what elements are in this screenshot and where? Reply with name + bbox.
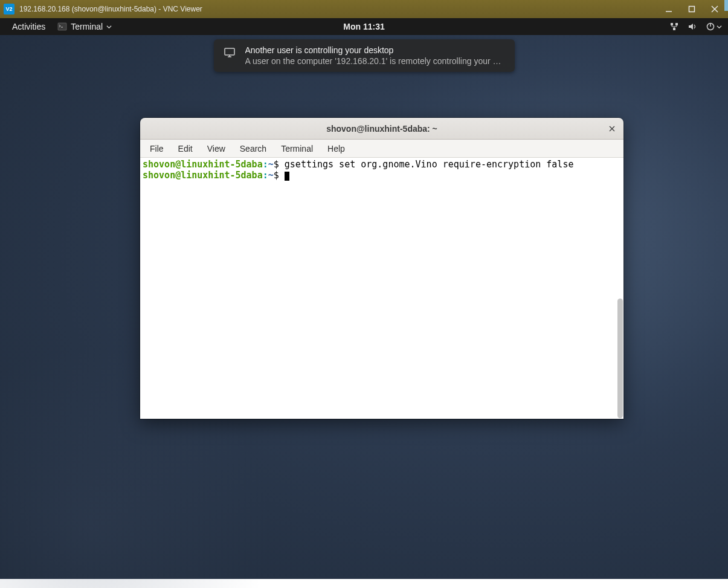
speaker-icon	[688, 22, 697, 31]
app-menu-label: Terminal	[71, 22, 103, 31]
terminal-content[interactable]: shovon@linuxhint-5daba:~$ gsettings set …	[140, 158, 623, 419]
network-icon	[669, 22, 679, 31]
svg-rect-4	[58, 23, 66, 30]
window-title: shovon@linuxhint-5daba: ~	[326, 124, 437, 134]
remote-control-notification[interactable]: Another user is controlling your desktop…	[214, 39, 515, 72]
vnc-window-title: 192.168.20.168 (shovon@linuxhint-5daba) …	[19, 5, 664, 13]
notification-title: Another user is controlling your desktop	[245, 45, 505, 55]
close-icon	[608, 125, 616, 132]
window-titlebar[interactable]: shovon@linuxhint-5daba: ~	[140, 118, 623, 140]
svg-rect-8	[673, 28, 675, 30]
edge-indicator	[724, 0, 728, 11]
terminal-menubar: File Edit View Search Terminal Help	[140, 140, 623, 158]
chevron-down-icon	[106, 24, 112, 30]
screen-share-icon	[224, 47, 236, 59]
svg-rect-6	[671, 23, 673, 25]
vnc-logo-icon: V2	[4, 4, 14, 15]
volume-indicator[interactable]	[688, 22, 697, 31]
terminal-line-1: shovon@linuxhint-5daba:~$ gsettings set …	[143, 159, 621, 170]
menu-edit[interactable]: Edit	[172, 141, 199, 156]
system-tray	[669, 22, 722, 31]
bottom-strip	[0, 579, 728, 588]
scrollbar-thumb[interactable]	[617, 299, 623, 418]
terminal-scrollbar[interactable]	[616, 158, 623, 419]
terminal-window: shovon@linuxhint-5daba: ~ File Edit View…	[140, 118, 623, 419]
power-indicator[interactable]	[706, 22, 722, 31]
svg-rect-7	[675, 23, 678, 25]
svg-rect-1	[689, 7, 695, 12]
menu-search[interactable]: Search	[234, 141, 272, 156]
terminal-app-icon	[57, 22, 67, 31]
app-menu[interactable]: Terminal	[51, 22, 118, 31]
gnome-top-bar: Activities Terminal Mon 11:31	[0, 18, 728, 35]
window-close-button[interactable]	[607, 123, 617, 134]
network-indicator[interactable]	[669, 22, 679, 31]
chevron-down-icon	[717, 24, 722, 30]
menu-view[interactable]: View	[201, 141, 231, 156]
notification-description: A user on the computer '192.168.20.1' is…	[245, 56, 505, 66]
clock[interactable]: Mon 11:31	[343, 22, 384, 31]
menu-terminal[interactable]: Terminal	[275, 141, 319, 156]
menu-help[interactable]: Help	[321, 141, 351, 156]
vnc-window-controls	[664, 4, 724, 14]
svg-rect-11	[225, 48, 234, 55]
activities-button[interactable]: Activities	[6, 22, 51, 31]
close-button[interactable]	[710, 4, 720, 14]
terminal-cursor	[285, 172, 289, 181]
power-icon	[706, 22, 715, 31]
terminal-line-2: shovon@linuxhint-5daba:~$	[143, 170, 621, 181]
menu-file[interactable]: File	[144, 141, 170, 156]
maximize-button[interactable]	[687, 4, 697, 14]
desktop[interactable]: Another user is controlling your desktop…	[0, 35, 728, 588]
vnc-titlebar: V2 192.168.20.168 (shovon@linuxhint-5dab…	[0, 0, 728, 18]
minimize-button[interactable]	[664, 4, 674, 14]
